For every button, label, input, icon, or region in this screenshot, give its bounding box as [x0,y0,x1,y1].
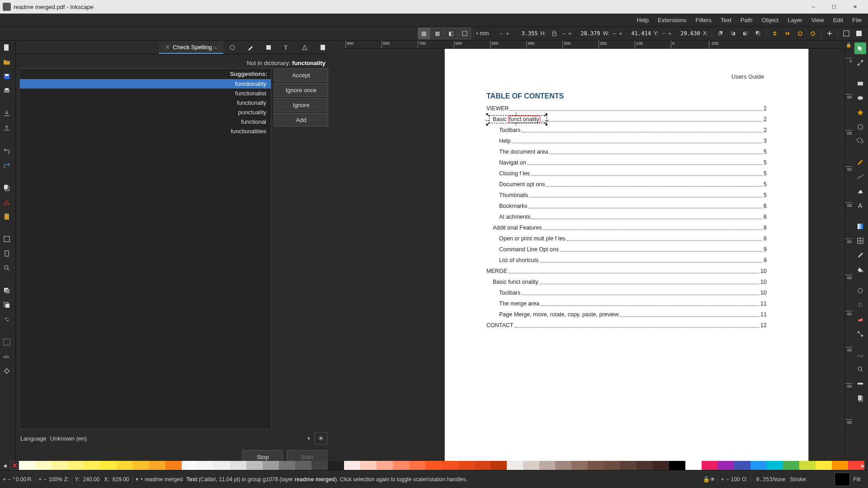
pencil-tool[interactable] [854,156,866,168]
color-swatch[interactable] [539,461,556,470]
xml-icon[interactable]: </> [3,352,13,362]
color-swatch[interactable] [767,461,783,470]
unit-select[interactable]: mm [480,30,498,37]
opacity-dec[interactable]: − [726,476,729,483]
paste-icon[interactable] [3,212,13,222]
selector-tool[interactable] [854,42,866,54]
y-value[interactable]: 41.414 [625,30,651,37]
zoom-draw-icon[interactable] [3,264,13,274]
color-swatch[interactable] [344,461,360,470]
menu-filters[interactable]: Filters [691,14,716,26]
menu-text[interactable]: Text [716,14,736,26]
cut-icon[interactable] [3,198,13,208]
copy-icon[interactable] [3,183,13,193]
paint-bucket-tool[interactable] [854,264,866,276]
rot-dec[interactable]: − [8,476,11,483]
duplicate-icon[interactable] [3,286,13,296]
toolbar-icon[interactable] [853,28,865,39]
close-tab-icon[interactable]: ✕ [165,44,170,51]
rotate-ccw-icon[interactable] [807,28,819,39]
menu-file[interactable]: File [848,14,866,26]
spellcheck-tab[interactable]: ✕ Check Spelling ⎁ [159,41,223,54]
color-swatch[interactable] [117,461,133,470]
color-swatch[interactable] [491,461,507,470]
selection-handle-se[interactable]: ↘ [543,121,548,127]
color-swatch[interactable] [133,461,149,470]
calligraphy-tool[interactable] [854,185,866,197]
dock-tab-icon[interactable] [259,41,278,54]
suggestion-item[interactable]: punctuality [20,108,271,117]
color-swatch[interactable] [393,461,409,470]
vertical-ruler[interactable]: 000000000000000000000 [844,49,853,462]
color-swatch[interactable] [799,461,816,470]
eraser-tool[interactable] [854,314,866,325]
3dbox-tool[interactable] [854,121,866,133]
color-swatch[interactable] [507,461,523,470]
star-tool[interactable] [854,107,866,118]
color-swatch[interactable] [19,461,35,470]
transform-icon[interactable] [824,28,835,39]
menu-extensions[interactable]: Extensions [653,14,691,26]
ignore-button[interactable]: Ignore [274,98,328,112]
color-swatch[interactable] [718,461,734,470]
window-close-button[interactable]: ✕ [844,0,865,14]
color-swatch[interactable] [832,461,848,470]
color-swatch[interactable] [702,461,718,470]
text-tool[interactable]: A [854,200,866,211]
dock-tab-brush-icon[interactable] [241,41,259,54]
x-dec[interactable]: − [660,30,667,37]
w-inc[interactable]: + [567,30,573,37]
palette-scroll-icon[interactable]: ▶ [859,461,867,470]
color-swatch[interactable] [604,461,620,470]
color-swatch[interactable] [734,461,750,470]
stroke-value[interactable]: None [773,476,786,483]
color-swatch[interactable] [555,461,571,470]
w-dec[interactable]: − [561,30,567,37]
language-value[interactable]: Unknown (en) [50,435,87,442]
prefs-icon[interactable] [3,367,13,377]
flip-vertical-icon[interactable] [769,28,781,39]
opacity-inc[interactable]: + [721,476,724,483]
window-maximize-button[interactable]: ☐ [824,0,844,14]
suggestion-item[interactable]: functionalist [20,89,271,98]
toggle-transform-pattern[interactable]: ▩ [418,28,430,39]
palette-none-swatch[interactable]: ✕ [10,461,19,470]
ignore-once-button[interactable]: Ignore once [274,83,328,97]
color-swatch[interactable] [149,461,165,470]
suggestion-item[interactable]: functionally [20,98,271,108]
color-swatch[interactable] [328,461,344,470]
color-swatch[interactable] [442,461,458,470]
export-icon[interactable] [3,124,13,134]
bezier-tool[interactable] [854,171,866,183]
lower-icon[interactable] [727,28,739,39]
y-inc[interactable]: + [618,30,624,37]
add-button[interactable]: Add [274,113,328,127]
zoom-page-icon[interactable] [3,249,13,259]
x-inc[interactable]: + [667,30,673,37]
group-icon[interactable] [3,338,13,348]
color-swatch[interactable] [783,461,799,470]
zoom-inc[interactable]: + [38,476,42,483]
lower-bottom-icon[interactable] [714,28,726,39]
new-doc-icon[interactable] [3,43,13,53]
open-icon[interactable] [3,58,13,68]
save-icon[interactable] [3,72,13,82]
spiral-tool[interactable] [854,136,866,147]
color-swatch[interactable] [198,461,214,470]
color-swatch[interactable] [360,461,377,470]
print-icon[interactable] [3,87,13,97]
color-swatch[interactable] [750,461,767,470]
rectangle-tool[interactable] [854,78,866,89]
raise-top-icon[interactable] [752,28,764,39]
color-swatch[interactable] [620,461,637,470]
toggle-transform-gradient[interactable]: ▦ [431,28,444,39]
h-inc[interactable]: + [505,30,511,37]
clone-icon[interactable] [3,301,13,311]
layer-selector[interactable]: ▼ •readme merged [135,476,183,483]
node-tool[interactable] [854,57,866,69]
layer-lock-icon[interactable]: 🔓 [703,476,710,483]
color-swatch[interactable] [214,461,230,470]
color-swatch[interactable] [100,461,117,470]
gradient-tool[interactable] [854,221,866,232]
rotation-value[interactable]: 0.00 [16,476,26,483]
